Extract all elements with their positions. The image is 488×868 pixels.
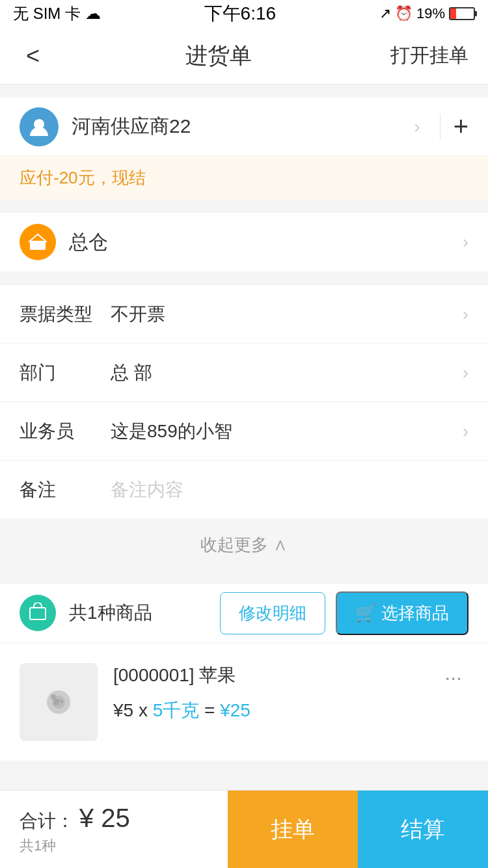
warehouse-chevron-icon: › [463, 232, 468, 252]
svg-text:碧+: 碧+ [53, 698, 64, 705]
divider-top [0, 85, 488, 98]
dept-label: 部门 [20, 360, 111, 385]
product-price: ¥5 x 5千克 = ¥25 [113, 698, 438, 723]
salesperson-row[interactable]: 业务员 这是859的小智 › [0, 401, 488, 460]
cart-icon: 🛒 [355, 603, 376, 623]
status-carrier: 无 SIM 卡 ☁ [13, 3, 101, 24]
warehouse-name: 总仓 [69, 229, 463, 256]
status-bar: 无 SIM 卡 ☁ 下午6:16 ↗ ⏰ 19% [0, 0, 488, 27]
svg-rect-1 [30, 241, 46, 250]
edit-detail-button[interactable]: 修改明细 [220, 592, 325, 634]
product-count-text: 共1种商品 [69, 601, 220, 625]
alarm-icon: ⏰ [395, 5, 413, 22]
collapse-label: 收起更多 ∧ [200, 534, 287, 556]
warehouse-icon [20, 224, 56, 260]
select-product-label: 选择商品 [381, 602, 449, 625]
notice-text: 应付-20元，现结 [20, 168, 146, 187]
status-indicators: ↗ ⏰ 19% [379, 5, 475, 22]
divider-2 [0, 200, 488, 213]
quantity: 5千克 [153, 700, 200, 720]
warehouse-section: 总仓 › [0, 213, 488, 271]
total-section: 合计： ¥ 25 共1种 [0, 804, 228, 856]
product-header: 共1种商品 修改明细 🛒 选择商品 [0, 584, 488, 642]
product-code: [0000001] [113, 665, 199, 685]
warehouse-row[interactable]: 总仓 › [0, 213, 488, 271]
battery-percent: 19% [416, 5, 445, 22]
remark-row[interactable]: 备注 备注内容 [0, 460, 488, 519]
product-menu-button[interactable]: ··· [438, 663, 468, 692]
form-section: 票据类型 不开票 › 部门 总 部 › 业务员 这是859的小智 › 备注 备注… [0, 284, 488, 519]
select-product-button[interactable]: 🛒 选择商品 [336, 591, 468, 635]
total-amount: ¥ 25 [79, 804, 130, 832]
supplier-avatar [20, 107, 59, 146]
location-icon: ↗ [379, 5, 391, 22]
salesperson-chevron-icon: › [463, 421, 468, 442]
open-hang-button[interactable]: 打开挂单 [390, 42, 468, 69]
invoice-chevron-icon: › [463, 304, 468, 325]
supplier-divider [440, 114, 441, 140]
svg-rect-2 [30, 608, 46, 619]
hang-button[interactable]: 挂单 [228, 791, 358, 869]
back-button[interactable]: < [20, 36, 46, 76]
supplier-section: 河南供应商22 › + 应付-20元，现结 [0, 98, 488, 200]
supplier-chevron-icon: › [414, 116, 420, 137]
product-thumbnail: 碧+ [20, 663, 98, 741]
salesperson-label: 业务员 [20, 419, 111, 444]
collapse-row[interactable]: 收起更多 ∧ [0, 519, 488, 571]
notice-bar: 应付-20元，现结 [0, 156, 488, 200]
supplier-row[interactable]: 河南供应商22 › + [0, 98, 488, 156]
battery-icon [449, 7, 475, 20]
invoice-value: 不开票 [111, 302, 463, 327]
total-count: 共1种 [20, 836, 208, 856]
total-row: 合计： ¥ 25 [20, 804, 208, 834]
remark-placeholder: 备注内容 [111, 478, 468, 502]
status-time: 下午6:16 [204, 1, 277, 26]
total-label: 合计： [20, 811, 74, 831]
supplier-name: 河南供应商22 [72, 113, 414, 140]
dept-row[interactable]: 部门 总 部 › [0, 343, 488, 401]
remark-label: 备注 [20, 478, 111, 502]
checkout-button[interactable]: 结算 [358, 791, 488, 869]
equals: = [199, 700, 220, 720]
dept-chevron-icon: › [463, 362, 468, 383]
dept-value: 总 部 [111, 360, 463, 385]
divider-3 [0, 271, 488, 284]
invoice-row[interactable]: 票据类型 不开票 › [0, 284, 488, 343]
unit-price: ¥5 x [113, 700, 153, 720]
product-item: 碧+ [0000001] 苹果 ¥5 x 5千克 = ¥25 ··· [0, 644, 488, 761]
product-count-icon [20, 595, 56, 631]
nav-bar: < 进货单 打开挂单 [0, 27, 488, 85]
product-title: 苹果 [199, 665, 236, 685]
product-name: [0000001] 苹果 [113, 663, 438, 688]
product-info: [0000001] 苹果 ¥5 x 5千克 = ¥25 [113, 663, 438, 723]
page-title: 进货单 [185, 41, 252, 71]
add-supplier-button[interactable]: + [454, 112, 468, 141]
invoice-label: 票据类型 [20, 302, 111, 327]
total-price: ¥25 [220, 700, 251, 720]
salesperson-value: 这是859的小智 [111, 419, 463, 444]
bottom-bar: 合计： ¥ 25 共1种 挂单 结算 [0, 790, 488, 868]
